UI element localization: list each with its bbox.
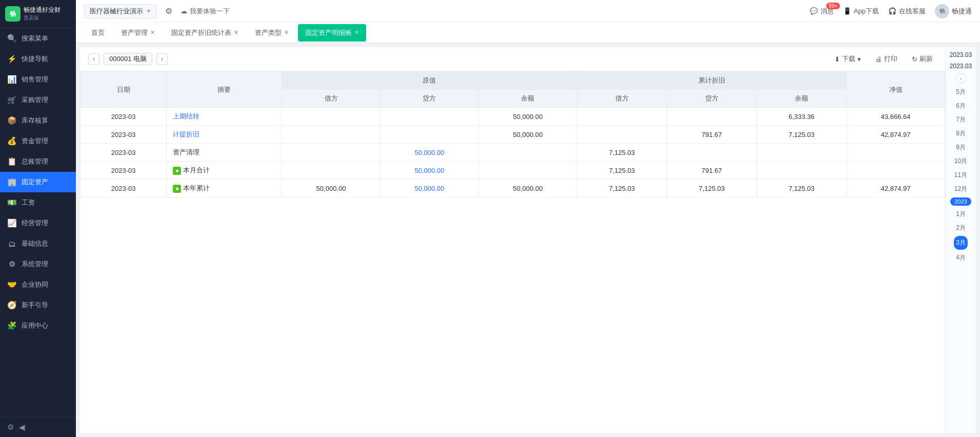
timeline-collapse-btn[interactable]: › <box>956 73 966 84</box>
sidebar-item-app-center[interactable]: 🧩 应用中心 <box>0 315 76 336</box>
download-btn[interactable]: ⬇ 下载 ▾ <box>830 52 865 66</box>
experience-label: 我要体验一下 <box>190 7 230 16</box>
timeline-month-5月[interactable]: 5月 <box>952 85 969 99</box>
tab-asset-management[interactable]: 资产管理✕ <box>114 24 162 42</box>
timeline-month-9月[interactable]: 9月 <box>952 141 969 154</box>
tab-asset-type[interactable]: 资产类型✕ <box>248 24 296 42</box>
messages-badge: 99+ <box>826 3 840 9</box>
sidebar-item-ledger[interactable]: 📋 总账管理 <box>0 151 76 172</box>
tab-depreciation-stats[interactable]: 固定资产折旧统计表✕ <box>164 24 246 42</box>
project-name: 医疗器械行业演示 <box>90 7 143 16</box>
timeline-month-curr-3月[interactable]: 3月 <box>954 236 968 250</box>
sidebar-bottom: ⚙ ◀ <box>0 417 76 437</box>
timeline-month-11月[interactable]: 11月 <box>952 168 969 182</box>
print-label: 打印 <box>884 54 897 64</box>
cell-acc-credit: 791.67 <box>667 162 756 180</box>
settings-icon[interactable]: ⚙ <box>7 423 14 432</box>
sidebar-item-fixed-assets[interactable]: 🏢 固定资产 <box>0 172 76 192</box>
cell-summary: 资产清理 <box>167 144 282 162</box>
cell-net-value <box>847 144 945 162</box>
timeline-month-curr-1月[interactable]: 1月 <box>951 207 971 221</box>
sidebar-item-quick-nav[interactable]: ⚡ 快捷导航 <box>0 49 76 69</box>
cell-acc-balance <box>756 162 846 180</box>
sidebar-item-operations[interactable]: 📈 经营管理 <box>0 213 76 233</box>
prev-icon: ‹ <box>93 55 95 63</box>
cell-date: 2023-03 <box>81 126 167 144</box>
timeline-month-7月[interactable]: 7月 <box>952 113 969 127</box>
timeline-month-curr-4月[interactable]: 4月 <box>951 251 971 265</box>
sidebar-item-fund[interactable]: 💰 资金管理 <box>0 131 76 151</box>
next-asset-btn[interactable]: › <box>156 53 168 65</box>
online-support-action[interactable]: 🎧 在线客服 <box>888 7 926 16</box>
refresh-btn[interactable]: ↻ 刷新 <box>908 52 937 66</box>
refresh-label: 刷新 <box>919 54 933 64</box>
cell-summary: ■本年累计 <box>167 180 282 197</box>
sidebar-item-inventory[interactable]: 📦 库存核算 <box>0 110 76 131</box>
sidebar-item-sales[interactable]: 📊 销售管理 <box>0 69 76 90</box>
inventory-icon: 📦 <box>7 116 16 125</box>
tab-label-asset-management: 资产管理 <box>121 28 148 37</box>
logo-name: 畅捷通好业财 <box>24 6 61 14</box>
sidebar-item-salary[interactable]: 💵 工资 <box>0 192 76 213</box>
table-row: 2023-03 ■本月合计 50,000.00 7,125.03 791.67 <box>81 162 945 180</box>
cell-date: 2023-03 <box>81 180 167 197</box>
tab-close-asset-type[interactable]: ✕ <box>284 29 289 36</box>
sidebar-item-search[interactable]: 🔍 搜索菜单 <box>0 28 76 49</box>
tab-asset-detail-ledger[interactable]: 固定资产明细账✕ <box>298 24 366 42</box>
sidebar-item-basics[interactable]: 🗂 基础信息 <box>0 233 76 254</box>
sidebar-label-sales: 销售管理 <box>22 75 48 84</box>
operations-icon: 📈 <box>7 218 16 228</box>
sidebar-label-quick-nav: 快捷导航 <box>22 54 48 64</box>
cell-orig-debit <box>282 108 381 126</box>
asset-navigation: ‹ 000001 电脑 › ⬇ 下载 ▾ 🖨 <box>80 47 945 71</box>
settings-gear-icon[interactable]: ⚙ <box>163 4 174 18</box>
salary-icon: 💵 <box>7 198 16 207</box>
cell-acc-balance: 6,333.36 <box>756 108 846 126</box>
timeline-header-1: 2023.03 <box>947 49 975 61</box>
experience-btn[interactable]: ☁ 我要体验一下 <box>181 7 230 16</box>
timeline-panel: 2023.03 2023.03 › 5月6月7月8月9月10月11月12月 20… <box>945 47 976 433</box>
next-icon: › <box>161 55 163 63</box>
topbar: 医疗器械行业演示 ▼ ⚙ ☁ 我要体验一下 💬 消息 99+ 📱 App下载 🎧… <box>76 0 980 23</box>
sidebar-label-basics: 基础信息 <box>22 239 48 248</box>
tab-close-asset-management[interactable]: ✕ <box>150 29 155 36</box>
orig-balance: 余额 <box>478 90 577 108</box>
cell-summary: ■本月合计 <box>167 162 282 180</box>
timeline-month-8月[interactable]: 8月 <box>952 127 969 141</box>
app-download-action[interactable]: 📱 App下载 <box>843 7 879 16</box>
year-badge: 2023 <box>950 197 971 206</box>
sidebar-item-enterprise[interactable]: 🤝 企业协同 <box>0 274 76 295</box>
cell-acc-credit <box>667 108 756 126</box>
tab-close-depreciation-stats[interactable]: ✕ <box>234 29 238 36</box>
sidebar-label-purchase: 采购管理 <box>22 95 48 105</box>
user-profile[interactable]: 畅 畅捷通 <box>935 4 972 18</box>
sidebar-item-guide[interactable]: 🧭 新手引导 <box>0 295 76 315</box>
timeline-month-6月[interactable]: 6月 <box>952 99 969 113</box>
sidebar-item-purchase[interactable]: 🛒 采购管理 <box>0 90 76 110</box>
table-row: 2023-03 资产清理 50,000.00 7,125.03 <box>81 144 945 162</box>
cell-orig-credit: 50,000.00 <box>380 180 478 197</box>
collapse-icon[interactable]: ◀ <box>19 423 25 432</box>
cell-acc-credit <box>667 144 756 162</box>
cell-date: 2023-03 <box>81 108 167 126</box>
tab-close-asset-detail-ledger[interactable]: ✕ <box>354 29 359 36</box>
sidebar-item-system[interactable]: ⚙ 系统管理 <box>0 254 76 274</box>
cell-orig-balance <box>478 144 577 162</box>
sidebar-label-operations: 经营管理 <box>22 218 48 228</box>
acc-debit: 借方 <box>577 90 667 108</box>
timeline-month-12月[interactable]: 12月 <box>952 182 969 196</box>
messages-action[interactable]: 💬 消息 99+ <box>810 7 834 16</box>
cell-orig-balance: 50,000.00 <box>478 180 577 197</box>
tab-home[interactable]: 首页 <box>84 24 112 42</box>
print-btn[interactable]: 🖨 打印 <box>871 52 902 66</box>
cell-acc-credit: 791.67 <box>667 126 756 144</box>
sidebar-logo: 畅 畅捷通好业财 普及版 <box>0 0 76 28</box>
experience-icon: ☁ <box>181 7 187 15</box>
cell-date: 2023-03 <box>81 162 167 180</box>
print-icon: 🖨 <box>875 55 882 63</box>
timeline-month-curr-2月[interactable]: 2月 <box>951 221 971 235</box>
project-selector[interactable]: 医疗器械行业演示 ▼ <box>84 4 157 18</box>
prev-asset-btn[interactable]: ‹ <box>88 53 99 65</box>
timeline-month-10月[interactable]: 10月 <box>952 154 969 168</box>
fund-icon: 💰 <box>7 136 16 146</box>
